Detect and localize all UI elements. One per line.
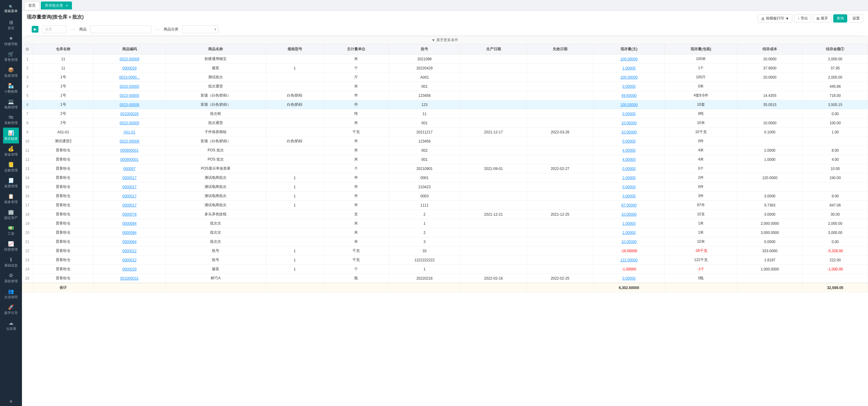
sidebar-item-retail[interactable]: 🛒零售管理 (3, 49, 19, 65)
expand-button[interactable]: ⊞ 展开 (813, 14, 831, 23)
sidebar-item-invoice[interactable]: 🧾发票管理 (3, 175, 19, 191)
product-code-cell[interactable]: 0000029 (94, 64, 165, 73)
tab-batch-query[interactable]: 库存批次查✕ (41, 2, 72, 9)
spec-cell (266, 164, 323, 173)
sidebar-item-tax[interactable]: 📋税务管理 (3, 191, 19, 207)
qty-main-cell[interactable]: 0.00000 (593, 109, 664, 119)
expand-conditions-button[interactable]: ▼ 展开更多条件 (432, 37, 459, 43)
product-code-cell[interactable]: 0023-00005 (94, 82, 165, 91)
sidebar-item-assets[interactable]: 💰资金管理 (3, 143, 19, 159)
qty-main-cell[interactable]: 0.00000 (593, 182, 664, 192)
qty-main-cell[interactable]: 10.00000 (593, 119, 664, 128)
product-name-cell: 软硬通用物宝 (165, 55, 266, 64)
product-code-cell[interactable]: 0023-00005 (94, 91, 165, 100)
prod-date-cell (460, 237, 527, 246)
qty-main-cell[interactable]: 0.00000 (593, 274, 664, 283)
product-code-cell[interactable]: 0023-00009 (94, 55, 165, 64)
sidebar-item-home[interactable]: ⊞首页 (3, 17, 19, 33)
export-button[interactable]: ↑ 导出 (794, 14, 811, 23)
sidebar-item-basic[interactable]: ℹ基础信息 (3, 254, 19, 270)
product-code-cell[interactable]: 0023-00008 (94, 137, 165, 146)
product-code-cell[interactable]: 0000084 (94, 228, 165, 237)
qty-main-cell[interactable]: 10.00000 (593, 128, 664, 137)
sidebar-item-quick-nav[interactable]: ★快捷导航 (3, 33, 19, 49)
sidebar-settings[interactable]: ⚙ (0, 397, 22, 406)
sidebar-item-fixed-assets[interactable]: 🏢固定资产 (3, 207, 19, 223)
qty-main-cell[interactable]: 10.00000 (593, 237, 664, 246)
sidebar-item-cloud[interactable]: ☁云应用 (3, 318, 19, 334)
qty-main-cell[interactable]: 122.00000 (593, 256, 664, 265)
sidebar-item-ecommerce[interactable]: 💻电商管理 (3, 96, 19, 112)
qty-main-cell[interactable]: -1.00000 (593, 265, 664, 274)
amount-cell: 2,000.00 (802, 73, 868, 82)
qty-main-cell[interactable]: 100.00000 (593, 55, 664, 64)
sidebar-item-inventory[interactable]: 📊库存核算 (3, 128, 19, 143)
sidebar-item-purchase[interactable]: 🛍采购管理 (3, 112, 19, 128)
qty-main-cell[interactable]: -16.00000 (593, 246, 664, 256)
qty-main-cell[interactable]: 4.00000 (593, 146, 664, 155)
col-header-0: ☉ (22, 44, 33, 55)
qty-main-cell[interactable]: 1.00000 (593, 219, 664, 228)
product-code-cell[interactable]: 0000084 (94, 237, 165, 246)
product-code-cell[interactable]: 000900001 (94, 155, 165, 164)
warehouse-cell: 11 (33, 64, 94, 73)
sidebar-item-system[interactable]: ⚙系统管理 (3, 270, 19, 286)
product-input[interactable] (90, 25, 151, 33)
qty-main-cell[interactable]: 3.00000 (593, 192, 664, 201)
qty-main-cell[interactable]: 87.00000 (593, 201, 664, 210)
sidebar-search[interactable]: 🔍 搜索菜单 (0, 2, 22, 16)
filter-arrow[interactable]: ▶ (32, 26, 38, 33)
product-code-cell[interactable]: 0000029 (94, 265, 165, 274)
product-code-cell[interactable]: 0000017 (94, 182, 165, 192)
prod-date-cell (460, 155, 527, 164)
qty-main-cell[interactable]: 100.00000 (593, 100, 664, 109)
sidebar-item-payroll[interactable]: 💵工资 (3, 223, 19, 238)
sidebar-label-home: 首页 (4, 26, 18, 30)
warehouse-input[interactable] (42, 25, 66, 33)
sidebar-label-system: 系统管理 (4, 279, 18, 283)
qty-main-cell[interactable]: 4.00000 (593, 155, 664, 164)
product-code-cell[interactable]: 0000012 (94, 246, 165, 256)
query-button[interactable]: 查询 (833, 14, 847, 23)
qty-main-cell[interactable]: 0.00000 (593, 164, 664, 173)
tab-home[interactable]: 首页 (24, 2, 40, 9)
settings-button[interactable]: 设置 (849, 14, 863, 23)
product-code-cell[interactable]: A01-01 (94, 128, 165, 137)
qty-pack-cell: 10套 (664, 100, 737, 109)
product-code-cell[interactable]: 0023-0000... (94, 73, 165, 82)
qty-main-cell[interactable]: 49.60000 (593, 91, 664, 100)
category-select[interactable] (182, 25, 219, 33)
product-code-cell[interactable]: 0000084 (94, 219, 165, 228)
sidebar-item-collab[interactable]: 👥企业协同 (3, 286, 19, 302)
unit-cell: 件 (323, 91, 389, 100)
qty-main-cell[interactable]: 1.00000 (593, 64, 664, 73)
product-code-cell[interactable]: 0000012 (94, 256, 165, 265)
sidebar-item-batch[interactable]: 📦批发管理 (3, 65, 19, 80)
product-code-cell[interactable]: 000900001 (94, 146, 165, 155)
tab-close-batch-query[interactable]: ✕ (66, 4, 68, 7)
amount-cell: 4.00 (802, 155, 868, 164)
qty-main-cell[interactable]: 0.00000 (593, 137, 664, 146)
product-code-cell[interactable]: 0000078 (94, 210, 165, 219)
data-table-container[interactable]: ☉仓库名称商品编码商品名称规格型号主计量单位批号生产日期失效日期现存量(主)现存… (22, 44, 868, 406)
product-code-cell[interactable]: 0000017 (94, 192, 165, 201)
qty-main-cell[interactable]: 1.00000 (593, 228, 664, 237)
sidebar-item-general[interactable]: 📒总账管理 (3, 159, 19, 175)
qty-main-cell[interactable]: 10.00000 (593, 210, 664, 219)
print-button[interactable]: 🖨 按模板打印 ▼ (757, 14, 793, 23)
product-code-cell[interactable]: 0000017 (94, 173, 165, 182)
row-selector-icon[interactable]: ☉ (26, 47, 29, 52)
product-name-cell: 子件保质期组 (165, 128, 266, 137)
product-code-cell[interactable]: 0000017 (94, 201, 165, 210)
product-code-cell[interactable]: 001000031 (94, 274, 165, 283)
product-code-cell[interactable]: 001000026 (94, 109, 165, 119)
qty-main-cell[interactable]: 2.00000 (593, 173, 664, 182)
product-code-cell[interactable]: 000097 (94, 164, 165, 173)
product-code-cell[interactable]: 0023-00008 (94, 100, 165, 109)
sidebar-item-newbie[interactable]: 🚀新手引导 (3, 302, 19, 318)
product-code-cell[interactable]: 0023-00005 (94, 119, 165, 128)
sidebar-item-ops[interactable]: 📈经营管理 (3, 238, 19, 254)
sidebar-item-micro-shop[interactable]: 🏪小鹅电商 (3, 80, 19, 96)
qty-main-cell[interactable]: 100.00000 (593, 73, 664, 82)
qty-main-cell[interactable]: 0.00000 (593, 82, 664, 91)
